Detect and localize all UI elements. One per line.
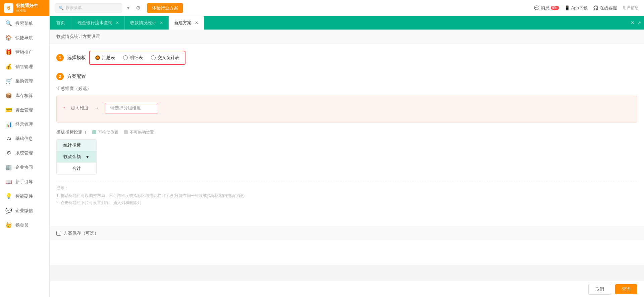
page-content: 收款情况统计方案设置 1 选择模板 汇总表	[50, 30, 644, 281]
sidebar-item-marketing[interactable]: 🎁 营销推广	[0, 45, 49, 59]
metrics-total-row: 合计	[57, 162, 96, 174]
tab-expand-icon[interactable]: ⤢	[637, 20, 641, 26]
metrics-table-header-row: 统计指标	[57, 140, 96, 151]
non-draggable-dot	[124, 130, 128, 134]
tab-bank[interactable]: 现金银行流水查询 ✕	[72, 16, 125, 30]
radio-summary[interactable]	[95, 55, 100, 60]
sidebar-item-corp[interactable]: 🏢 企业协同	[0, 160, 49, 175]
user-info[interactable]: 用户信息	[623, 5, 639, 11]
dimension-arrow-icon: →	[94, 105, 99, 111]
tab-stats-label: 收款情况统计	[130, 20, 156, 26]
tab-new-close-icon[interactable]: ✕	[195, 20, 198, 25]
tab-stats[interactable]: 收款情况统计 ✕	[125, 16, 169, 30]
step1-section: 1 选择模板 汇总表 明细表	[56, 51, 637, 65]
step2-header: 2 方案配置	[56, 73, 637, 80]
tip-item-2: 2. 点击标题栏下拉可设置排序、插入列和删除列	[56, 200, 637, 206]
sidebar-item-member[interactable]: 👑 畅会员	[0, 218, 49, 232]
operation-icon: 📊	[5, 121, 12, 128]
topbar: 🔍 搜索菜单 ▼ ⚙ 体验行业方案 💬 消息 99+ 📱 App下载 🎧 在线客…	[50, 0, 644, 16]
metrics-column-label: 收款金额	[63, 154, 81, 160]
sidebar-item-hardware[interactable]: 💡 智能硬件	[0, 189, 49, 203]
sidebar-item-operation[interactable]: 📊 经营管理	[0, 117, 49, 132]
trial-button[interactable]: 体验行业方案	[147, 3, 183, 13]
sidebar-item-label: 企业协同	[15, 164, 33, 170]
option-cross-label: 交叉统计表	[158, 55, 179, 61]
sidebar-item-label: 系统管理	[15, 150, 33, 156]
notification-count: 99+	[551, 6, 559, 10]
notification-btn[interactable]: 💬 消息 99+	[534, 5, 559, 11]
tab-home-label: 首页	[56, 20, 65, 26]
vertical-dimension-label: 纵向维度	[71, 105, 89, 111]
tab-bank-label: 现金银行流水查询	[77, 20, 112, 26]
query-button[interactable]: 查询	[615, 284, 637, 294]
purchase-icon: 🛒	[5, 78, 12, 84]
wechat-icon: 💬	[5, 207, 12, 214]
sidebar-item-purchase[interactable]: 🛒 采购管理	[0, 74, 49, 88]
corp-icon: 🏢	[5, 164, 12, 170]
sidebar-item-label: 库存核算	[15, 93, 33, 99]
option-summary-label: 汇总表	[102, 55, 115, 61]
non-draggable-legend: 不可拖动位置）	[124, 130, 158, 135]
tab-stats-close-icon[interactable]: ✕	[160, 20, 163, 25]
metrics-title: 模板指标设定（	[56, 129, 87, 135]
download-icon: 📱	[565, 5, 570, 10]
topbar-settings-icon[interactable]: ⚙	[136, 5, 141, 11]
draggable-label: 可拖动位置	[98, 130, 118, 135]
dimension-select-placeholder: 请选择分组维度	[110, 105, 141, 110]
dimension-select-button[interactable]: 请选择分组维度	[105, 103, 158, 113]
tab-bank-close-icon[interactable]: ✕	[116, 20, 119, 25]
sidebar-item-inventory[interactable]: 📦 库存核算	[0, 88, 49, 103]
sidebar-item-basic[interactable]: 🗂 基础信息	[0, 132, 49, 146]
dimension-area: * 纵向维度 → 请选择分组维度	[56, 96, 637, 122]
tab-new[interactable]: 新建方案 ✕	[169, 16, 204, 30]
column-dropdown-icon[interactable]: ▼	[85, 154, 90, 159]
step2-badge: 2	[56, 73, 64, 80]
member-icon: 👑	[5, 222, 12, 228]
tabs-bar: 首页 现金银行流水查询 ✕ 收款情况统计 ✕ 新建方案 ✕ ✕ ⤢	[50, 16, 644, 30]
topbar-search-box: 🔍 搜索菜单	[55, 3, 122, 12]
sidebar-item-label: 畅会员	[15, 222, 29, 228]
search-icon: 🔍	[5, 20, 12, 27]
option-summary[interactable]: 汇总表	[95, 55, 115, 61]
download-btn[interactable]: 📱 App下载	[565, 5, 588, 11]
sidebar-item-guide[interactable]: 📖 新手引导	[0, 175, 49, 189]
sidebar-item-label: 快捷导航	[15, 35, 33, 41]
tabs-right-actions: ✕ ⤢	[631, 20, 644, 26]
template-options: 汇总表 明细表 交叉统计表	[89, 51, 185, 65]
metrics-table: 统计指标 收款金额 ▼ 合计	[56, 139, 97, 175]
save-checkbox[interactable]	[56, 231, 61, 236]
sidebar-item-sales[interactable]: 💰 销售管理	[0, 59, 49, 74]
sidebar-item-finance[interactable]: 💳 资金管理	[0, 103, 49, 117]
option-detail-label: 明细表	[130, 55, 143, 61]
sidebar-item-wechat[interactable]: 💬 企业微信	[0, 203, 49, 218]
metrics-col-header: 统计指标	[63, 142, 81, 148]
tab-close-all-icon[interactable]: ✕	[631, 20, 635, 26]
service-icon: 🎧	[593, 5, 598, 10]
sidebar-item-nav[interactable]: 🏠 快捷导航	[0, 31, 49, 45]
tab-home[interactable]: 首页	[50, 16, 72, 30]
option-detail[interactable]: 明细表	[123, 55, 143, 61]
sidebar-item-label: 智能硬件	[15, 193, 33, 199]
message-icon: 💬	[534, 5, 539, 10]
logo-sub: 标准版	[16, 8, 38, 13]
save-section: 方案保存（可选）	[50, 226, 644, 240]
home-icon: 🏠	[5, 35, 12, 41]
tips-section: 提示： 1. 拖动标题栏可以调整布局，不可跨维度或指标区域拖动栏目字段(只能在同…	[56, 181, 637, 211]
service-btn[interactable]: 🎧 在线客服	[593, 5, 617, 11]
sidebar-item-system[interactable]: ⚙ 系统管理	[0, 146, 49, 160]
tab-new-label: 新建方案	[174, 20, 192, 26]
radio-cross[interactable]	[151, 55, 156, 60]
cancel-button[interactable]: 取消	[588, 284, 611, 295]
sidebar-item-search[interactable]: 🔍 搜索菜单	[0, 16, 49, 31]
draggable-dot	[92, 130, 96, 134]
step2-title: 方案配置	[67, 73, 86, 80]
step1-badge: 1	[56, 54, 64, 61]
footer-actions: 取消 查询	[50, 281, 644, 297]
form-header: 收款情况统计方案设置	[50, 30, 644, 44]
radio-detail[interactable]	[123, 55, 128, 60]
topbar-dropdown-arrow[interactable]: ▼	[126, 5, 130, 10]
search-icon: 🔍	[59, 6, 64, 10]
option-cross[interactable]: 交叉统计表	[151, 55, 179, 61]
sidebar-item-label: 基础信息	[15, 136, 33, 142]
sidebar-logo: 6 畅捷通好生 标准版	[0, 0, 49, 16]
